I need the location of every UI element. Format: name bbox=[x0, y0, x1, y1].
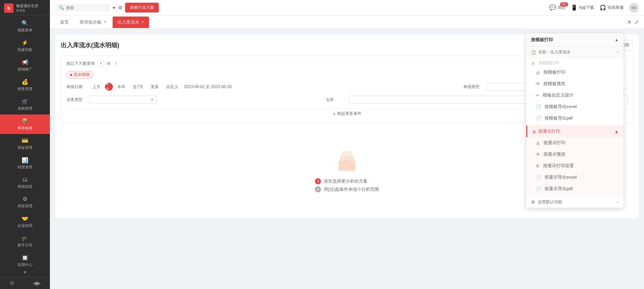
date-btn-this-month[interactable]: 本月 bbox=[105, 83, 113, 91]
sidebar-item-marketing[interactable]: 📢 营销推广 bbox=[0, 56, 50, 75]
operation-icon: 📊 bbox=[22, 157, 28, 163]
display-print-icon: 🖨 bbox=[536, 140, 540, 146]
tab-inout-label: 出入库流水 bbox=[117, 19, 139, 25]
tab-batch[interactable]: 库存批次账 ✕ bbox=[75, 17, 111, 28]
tab-home[interactable]: 首页 bbox=[55, 17, 74, 28]
display-preview-item[interactable]: 👁 按显示预览 bbox=[526, 149, 623, 160]
dropdown-header: 按模板打印 ▲ bbox=[526, 33, 623, 47]
online-service-btn[interactable]: 🎧 在线客服 bbox=[599, 4, 624, 11]
app-name: 畅捷通好生意 bbox=[16, 3, 38, 8]
sidebar-collapse-icon[interactable]: ◀▶ bbox=[33, 280, 41, 286]
sidebar-item-basic[interactable]: 🗂 基础信息 bbox=[0, 173, 50, 192]
sidebar-bottom: ⚙ ◀▶ bbox=[0, 277, 50, 289]
template-preview-item[interactable]: 👁 按模板预览 bbox=[526, 78, 623, 89]
template-print-item[interactable]: 🖨 按模板打印 bbox=[526, 67, 623, 78]
template-custom-icon: ✏ bbox=[536, 93, 539, 98]
user-avatar[interactable]: Rit bbox=[629, 3, 639, 12]
display-section-label: 按显示打印 bbox=[538, 128, 560, 134]
sidebar-item-purchase[interactable]: 🛒 采购管理 bbox=[0, 95, 50, 114]
voucher-more-icon[interactable]: ... bbox=[624, 84, 627, 89]
sidebar-nav: 🔍 搜索菜单 ⚡ 快捷导航 📢 营销推广 💰 销售管理 🛒 采购管理 📦 bbox=[0, 15, 50, 268]
display-print-settings-item[interactable]: ⚙ 按显示打印设置 bbox=[526, 160, 623, 172]
default-func-arrow: ▾ bbox=[617, 200, 619, 205]
date-btn-this-year[interactable]: 本年 bbox=[114, 83, 128, 91]
display-section-arrow: ▲ bbox=[614, 129, 619, 134]
step-1-text: 请先选择要分析的方案 bbox=[324, 178, 368, 184]
search-nav-icon: 🔍 bbox=[22, 20, 28, 26]
sidebar-item-label: 经营管理 bbox=[18, 165, 32, 170]
online-service-label: 在线客服 bbox=[608, 5, 624, 10]
date-btn-custom[interactable]: 自定义 bbox=[163, 83, 181, 91]
topbar-gear-icon[interactable]: ▾ bbox=[113, 5, 115, 11]
business-type-label: 业务类型 bbox=[66, 97, 87, 103]
dropdown-collapse-icon[interactable]: ▲ bbox=[615, 37, 619, 42]
step-2-text: 用[过滤]条件来缩小分析范围 bbox=[324, 186, 379, 192]
industry-btn[interactable]: 体验行业方案 bbox=[125, 3, 159, 12]
sidebar-item-finance[interactable]: 💳 资金管理 bbox=[0, 134, 50, 154]
sidebar-scroll-down[interactable]: ▼ bbox=[0, 268, 50, 277]
app-download-btn[interactable]: 📱 App下载 bbox=[571, 4, 594, 11]
filter-collapse-icon[interactable]: 《 bbox=[113, 61, 117, 67]
sidebar-item-shortcuts[interactable]: ⚡ 快捷导航 bbox=[0, 36, 50, 56]
empty-step-1: 1 请先选择要分析的方案 bbox=[315, 178, 379, 184]
date-btn-more[interactable]: 更多 bbox=[148, 83, 162, 91]
sidebar-item-operation[interactable]: 📊 经营管理 bbox=[0, 154, 50, 173]
inventory-icon: 📦 bbox=[22, 118, 28, 124]
sidebar-item-inventory[interactable]: 📦 库存核算 bbox=[0, 114, 50, 134]
sidebar-item-corp[interactable]: 🤝 企业协同 bbox=[0, 212, 50, 232]
display-print-item[interactable]: 🖨 按显示打印 bbox=[526, 137, 623, 149]
print-dropdown-panel: 按模板打印 ▲ 📋 当前：出入库流水 ▾ 🖨 按模板打印 🖨 按模板打印 👁 按… bbox=[526, 33, 624, 208]
download-icon: 📱 bbox=[571, 4, 578, 11]
sidebar-item-label: 应用中心 bbox=[18, 262, 32, 267]
filter-add-btn[interactable]: + bbox=[97, 60, 104, 67]
sidebar-item-sales[interactable]: 💰 销售管理 bbox=[0, 75, 50, 95]
date-btn-last-month[interactable]: 上月 bbox=[89, 83, 104, 91]
topbar: 🔍 ▾ ⚙ 体验行业方案 💬 消息 99+ 📱 App下载 🎧 bbox=[50, 0, 644, 16]
sidebar-item-label: 快捷导航 bbox=[18, 47, 32, 52]
app-logo: b 畅捷通好生意 标准版 bbox=[0, 0, 50, 15]
topbar-right: 💬 消息 99+ 📱 App下载 🎧 在线客服 Rit bbox=[549, 3, 639, 12]
sidebar-item-label: 资金管理 bbox=[18, 145, 32, 150]
tab-inout-close[interactable]: ✕ bbox=[141, 20, 144, 24]
business-dropdown-arrow: ▾ bbox=[151, 97, 153, 102]
apps-icon: 🔲 bbox=[22, 255, 28, 261]
template-export-excel-item[interactable]: 📄 按模板导出excel bbox=[526, 101, 623, 112]
message-btn[interactable]: 💬 消息 99+ bbox=[549, 4, 565, 11]
display-export-excel-item[interactable]: 📄 按显示导出excel bbox=[526, 172, 623, 183]
search-input[interactable] bbox=[66, 5, 107, 10]
voucher-type-label: 单据类型 bbox=[463, 84, 484, 90]
empty-steps: 1 请先选择要分析的方案 2 用[过滤]条件来缩小分析范围 bbox=[315, 178, 379, 192]
sidebar-item-label: 营销推广 bbox=[18, 67, 32, 72]
sidebar-item-guide[interactable]: 🎓 新手引导 bbox=[0, 232, 50, 251]
pdf-icon: 📄 bbox=[536, 116, 541, 121]
topbar-settings-icon[interactable]: ⚙ bbox=[118, 5, 122, 11]
template-section-label: 🖨 按模板打印 bbox=[526, 58, 623, 67]
display-export-pdf-item[interactable]: 📄 按显示导出pdf bbox=[526, 183, 623, 194]
template-custom-item[interactable]: ✏ 模板自定义设计 bbox=[526, 89, 623, 101]
sidebar-settings-icon[interactable]: ⚙ bbox=[9, 280, 14, 286]
sidebar-item-apps[interactable]: 🔲 应用中心 bbox=[0, 251, 50, 268]
date-btn-7days[interactable]: 近7天 bbox=[130, 83, 146, 91]
guide-icon: 🎓 bbox=[22, 235, 28, 241]
tab-close-all-icon[interactable]: ✕ bbox=[627, 19, 632, 25]
filter-settings-icon[interactable]: ⚙ bbox=[107, 61, 111, 66]
tab-inout[interactable]: 出入库流水 ✕ bbox=[113, 17, 149, 28]
template-export-pdf-item[interactable]: 📄 按模板导出pdf bbox=[526, 112, 623, 124]
tab-batch-close[interactable]: ✕ bbox=[104, 20, 107, 24]
business-type-select[interactable]: ▾ bbox=[89, 96, 157, 104]
sidebar-item-label: 销售管理 bbox=[18, 86, 32, 91]
filter-flow-tag[interactable]: 流水明细 bbox=[66, 71, 93, 79]
display-section-icon: 🖨 bbox=[532, 129, 536, 134]
topbar-search-box[interactable]: 🔍 bbox=[55, 4, 110, 11]
tab-expand-icon[interactable]: ⤢ bbox=[634, 19, 639, 25]
avatar-text: Rit bbox=[632, 6, 636, 10]
sidebar-item-label: 基础信息 bbox=[18, 184, 32, 189]
sidebar-item-system[interactable]: ⚙ 系统管理 bbox=[0, 192, 50, 212]
filter-date-item: 单据日期 上月 本月 本年 近7天 更多 自定义 2023-06-01 至 20… bbox=[66, 83, 232, 91]
dropdown-title: 按模板打印 bbox=[531, 37, 553, 43]
sidebar-item-search[interactable]: 🔍 搜索菜单 bbox=[0, 17, 50, 36]
sidebar: b 畅捷通好生意 标准版 🔍 搜索菜单 ⚡ 快捷导航 📢 营销推广 💰 销 bbox=[0, 0, 50, 289]
date-range-display: 2023-06-01 至 2023-06-30 bbox=[184, 84, 232, 90]
default-func-item[interactable]: ⚙ 设置默认功能 ▾ bbox=[526, 196, 623, 208]
date-label: 单据日期 bbox=[66, 84, 87, 90]
